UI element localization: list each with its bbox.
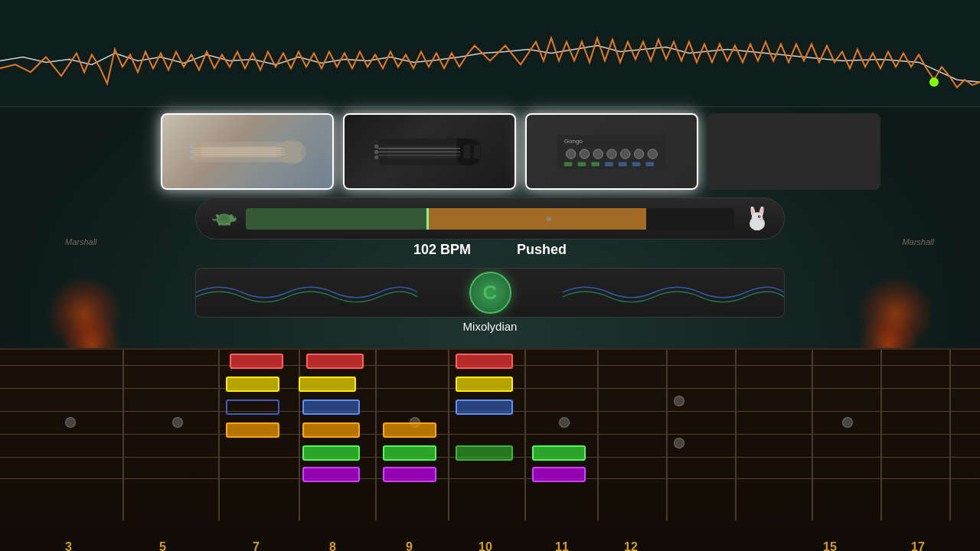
speaker-label-left: Marshall (65, 237, 97, 246)
fret-num-5: 5 (159, 540, 166, 551)
svg-point-6 (189, 155, 193, 158)
svg-point-15 (374, 144, 378, 148)
svg-point-4 (189, 144, 193, 148)
scale-name-container: Mixolydian (0, 320, 980, 334)
scale-bar: C (195, 268, 785, 318)
fret-num-17: 17 (911, 540, 925, 551)
fret-num-3: 3 (65, 540, 72, 551)
svg-point-27 (593, 148, 603, 158)
svg-rect-22 (474, 145, 481, 158)
svg-rect-37 (632, 161, 641, 165)
fret-num-8: 8 (329, 540, 336, 551)
fret-dot-15 (842, 417, 853, 428)
svg-point-16 (374, 149, 378, 153)
svg-point-42 (234, 217, 235, 218)
tempo-orange-zone (426, 208, 646, 230)
note-green-3 (456, 445, 513, 461)
note-red-1 (306, 354, 364, 369)
svg-point-26 (580, 148, 589, 158)
svg-point-52 (752, 212, 763, 223)
string-6 (0, 478, 980, 479)
fret-line-1 (122, 350, 124, 520)
svg-rect-32 (564, 161, 573, 165)
svg-point-7 (276, 139, 306, 164)
fret-line-4 (375, 350, 377, 520)
svg-rect-33 (578, 161, 586, 165)
svg-point-28 (607, 148, 616, 158)
panel-amp[interactable]: Gongo (525, 113, 698, 190)
fret-line-8 (666, 350, 668, 520)
tempo-cursor (426, 208, 429, 230)
fret-dot-5 (172, 417, 183, 428)
note-purple-3 (532, 467, 586, 482)
note-green-1 (302, 445, 360, 461)
guitar-image (186, 127, 309, 177)
fret-dot-12b (674, 438, 684, 448)
fret-line-6 (524, 350, 526, 520)
panel-bass[interactable] (343, 113, 516, 190)
note-blue-outline (226, 399, 279, 415)
speaker-label-right: Marshall (902, 237, 934, 246)
fret-num-9: 9 (406, 540, 413, 551)
bass-image (368, 127, 491, 177)
bpm-label: 102 BPM (413, 242, 471, 258)
svg-text:Gongo: Gongo (564, 137, 583, 144)
fret-line-12 (949, 350, 951, 520)
note-purple-1 (302, 467, 360, 482)
note-purple-2 (383, 467, 436, 482)
tempo-bar (195, 197, 785, 240)
panel-empty[interactable] (707, 113, 880, 190)
fret-dot-11 (559, 417, 570, 428)
fret-dot-12a (674, 396, 684, 406)
waveform-svg (0, 0, 980, 106)
svg-point-0 (929, 77, 939, 86)
fret-line-10 (812, 350, 813, 520)
svg-point-30 (634, 148, 643, 158)
fret-num-11: 11 (555, 540, 569, 551)
svg-point-29 (621, 148, 630, 158)
svg-point-25 (566, 148, 575, 158)
tempo-track (246, 208, 734, 230)
svg-rect-21 (463, 145, 470, 158)
note-blue-1 (302, 399, 360, 415)
scale-key-circle: C (469, 272, 511, 314)
fret-num-12: 12 (624, 540, 638, 551)
note-green-4 (532, 445, 586, 461)
svg-rect-38 (645, 161, 654, 165)
svg-rect-34 (591, 161, 599, 165)
note-red-2 (230, 354, 283, 369)
pushed-label: Pushed (517, 242, 567, 258)
fretboard: 3 5 7 8 9 10 11 12 15 17 (0, 348, 980, 551)
note-green-2 (383, 445, 436, 461)
note-orange-1 (302, 422, 360, 438)
fret-dot-3 (65, 417, 76, 428)
tempo-dot (547, 217, 551, 221)
string-4 (0, 434, 980, 435)
panel-guitar[interactable] (161, 113, 334, 190)
scale-key: C (483, 281, 498, 305)
scale-mode: Mixolydian (463, 320, 518, 333)
rabbit-icon (742, 204, 773, 234)
note-red-3 (456, 354, 513, 369)
svg-point-17 (374, 155, 378, 158)
fret-line-9 (735, 350, 737, 520)
note-orange-3 (383, 422, 436, 438)
svg-point-54 (759, 215, 760, 216)
fret-line-2 (218, 350, 220, 520)
fret-line-11 (880, 350, 882, 520)
note-yellow-3 (456, 377, 513, 392)
svg-rect-2 (193, 146, 282, 157)
note-yellow-2 (226, 377, 279, 392)
note-orange-2 (226, 422, 279, 438)
fret-num-15: 15 (823, 540, 837, 551)
amp-image: Gongo (550, 127, 673, 177)
svg-rect-35 (605, 161, 613, 165)
note-yellow-1 (299, 377, 356, 392)
svg-rect-36 (619, 161, 627, 165)
instrument-panels: Gongo (161, 113, 880, 190)
fret-line-7 (597, 350, 599, 520)
tempo-labels: 102 BPM Pushed (195, 242, 785, 258)
turtle-icon (207, 204, 238, 234)
svg-point-31 (648, 148, 657, 158)
fret-num-10: 10 (479, 540, 492, 551)
